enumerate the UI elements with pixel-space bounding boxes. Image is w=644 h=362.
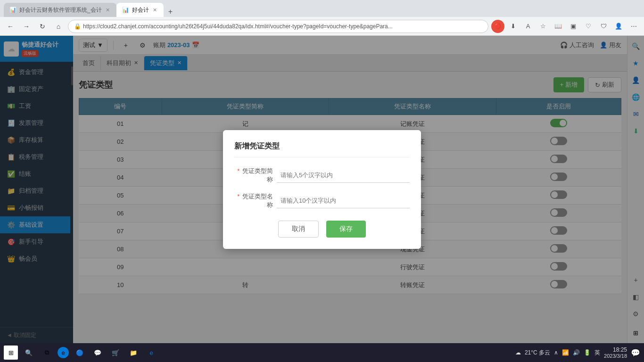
name-required-star: * [237, 193, 239, 200]
taskbar-right: ☁ 21°C 多云 ∧ 📶 🔊 🔋 英 18:25 2023/3/18 💬 [515, 346, 640, 359]
browser-actions: 🔴 ⬇ A ☆ 📖 ▣ ♡ 🛡 👤 ⋯ [491, 20, 640, 33]
collections-btn[interactable]: 🛡 [597, 20, 610, 33]
browser-toolbar: ← → ↻ ⌂ 🔒 https://cloud2.chanjet.com/acc… [0, 17, 644, 36]
tab2-title: 好会计 [132, 6, 149, 14]
store-btn[interactable]: 🛒 [108, 346, 123, 360]
network-icon: 📶 [562, 349, 569, 356]
abbr-label-text: 凭证类型简称 [242, 167, 273, 183]
app-wrapper: ☁ 畅捷通好会计 流畅版 📊 会投表中心 💰 资金管理 🏢 固定资产 [0, 36, 644, 343]
modal-overlay: 新增凭证类型 * 凭证类型简称 * 凭证类型名称 取消 保存 [0, 36, 644, 343]
sidebar-btn[interactable]: ▣ [567, 20, 580, 33]
notification-btn[interactable]: 💬 [631, 348, 640, 357]
edge-btn[interactable]: e [58, 347, 69, 358]
profile-btn[interactable]: 👤 [612, 20, 625, 33]
tab2-close[interactable]: ✕ [152, 6, 158, 14]
form-row-abbr: * 凭证类型简称 [234, 167, 410, 184]
reading-btn[interactable]: 📖 [552, 20, 565, 33]
reload-button[interactable]: ↻ [36, 20, 49, 33]
name-label-text: 凭证类型名称 [242, 193, 273, 208]
search-taskbar-btn[interactable]: 🔍 [22, 346, 36, 360]
volume-icon: 🔊 [573, 349, 580, 356]
forward-button[interactable]: → [20, 20, 33, 33]
new-tab-button[interactable]: + [165, 7, 175, 17]
modal-actions: 取消 保存 [234, 221, 410, 238]
save-button[interactable]: 保存 [326, 221, 366, 238]
date-display: 2023/3/18 [604, 353, 627, 359]
lang-indicator: 英 [594, 349, 600, 357]
cancel-button[interactable]: 取消 [278, 221, 319, 238]
battery-icon: 🔋 [584, 349, 591, 356]
home-button[interactable]: ⌂ [52, 20, 65, 33]
modal-title: 新增凭证类型 [234, 141, 410, 157]
abbr-input[interactable] [277, 168, 410, 183]
tab1-title: 好会计云财务软件管理系统_会计 [19, 6, 102, 14]
weather-text: 21°C 多云 [525, 349, 550, 357]
browser-chrome: 📊 好会计云财务软件管理系统_会计 ✕ 📊 好会计 ✕ + ← → ↻ ⌂ 🔒 … [0, 0, 644, 36]
edge-taskbar-btn[interactable]: e [144, 346, 158, 360]
chrome-btn[interactable]: 🔵 [73, 346, 87, 360]
wechat-btn[interactable]: 💬 [91, 346, 105, 360]
name-input[interactable] [277, 193, 410, 208]
name-label: * 凭证类型名称 [234, 192, 277, 209]
translate-btn[interactable]: A [521, 20, 535, 33]
time-display: 18:25 [604, 346, 627, 353]
taskbar: ⊞ 🔍 ⧉ e 🔵 💬 🛒 📁 e ☁ 21°C 多云 ∧ 📶 🔊 🔋 英 18… [0, 343, 644, 362]
tab2-favicon: 📊 [122, 7, 129, 13]
tab1-close[interactable]: ✕ [105, 6, 111, 14]
taskbar-arrow-up[interactable]: ∧ [554, 349, 558, 356]
lock-icon: 🔒 [74, 23, 81, 30]
start-button[interactable]: ⊞ [4, 346, 18, 360]
explorer-btn[interactable]: 📁 [126, 346, 140, 360]
star-btn[interactable]: ☆ [537, 20, 550, 33]
bookmark-btn[interactable]: ⬇ [506, 20, 520, 33]
tab-bar: 📊 好会计云财务软件管理系统_会计 ✕ 📊 好会计 ✕ + [0, 0, 644, 17]
clock: 18:25 2023/3/18 [604, 346, 627, 359]
browser-tab-1[interactable]: 📊 好会计云财务软件管理系统_会计 ✕ [4, 3, 116, 17]
abbr-label: * 凭证类型简称 [234, 167, 277, 184]
favorites-btn[interactable]: ♡ [582, 20, 595, 33]
address-text: https://cloud2.chanjet.com/accounting/uh… [83, 23, 393, 30]
task-view-btn[interactable]: ⧉ [40, 346, 54, 360]
tab1-favicon: 📊 [9, 7, 17, 13]
address-bar[interactable]: 🔒 https://cloud2.chanjet.com/accounting/… [68, 20, 488, 33]
modal-dialog: 新增凭证类型 * 凭证类型简称 * 凭证类型名称 取消 保存 [223, 130, 421, 249]
abbr-required-star: * [237, 167, 239, 174]
back-button[interactable]: ← [4, 20, 17, 33]
more-btn[interactable]: ⋯ [627, 20, 640, 33]
browser-tab-2[interactable]: 📊 好会计 ✕ [116, 3, 164, 17]
extensions-btn[interactable]: 🔴 [491, 20, 504, 33]
form-row-name: * 凭证类型名称 [234, 192, 410, 209]
weather-info: ☁ [515, 349, 521, 356]
